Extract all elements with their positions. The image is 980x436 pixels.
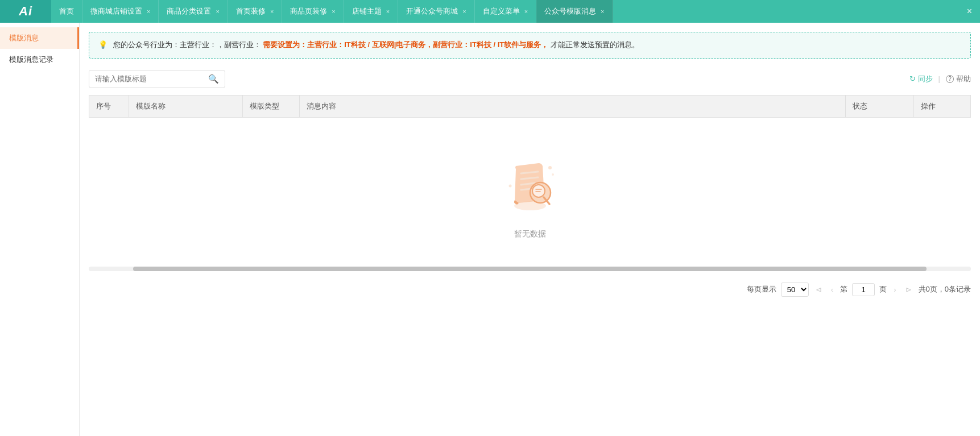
page-number-input[interactable] xyxy=(852,283,875,296)
empty-text: 暂无数据 xyxy=(514,229,546,239)
svg-point-10 xyxy=(548,166,552,169)
next-page-button[interactable]: › xyxy=(891,284,898,295)
notice-icon: 💡 xyxy=(98,40,107,49)
toolbar-divider: | xyxy=(938,74,940,83)
scrollbar-thumb[interactable] xyxy=(133,267,927,271)
col-header-type: 模版类型 xyxy=(243,95,300,117)
global-close-button[interactable]: × xyxy=(959,6,980,16)
table-header-row: 序号 模版名称 模版类型 消息内容 状态 操作 xyxy=(89,95,971,117)
tab-category[interactable]: 商品分类设置 × xyxy=(159,0,228,23)
help-icon: ? xyxy=(946,75,954,83)
main-content: 💡 您的公众号行业为：主营行业：，副营行业： 需要设置为：主营行业：IT科技 /… xyxy=(80,23,980,436)
col-header-content: 消息内容 xyxy=(300,95,846,117)
horizontal-scrollbar[interactable] xyxy=(89,267,971,271)
page-label-post: 页 xyxy=(879,284,887,294)
close-tab-theme[interactable]: × xyxy=(386,8,390,15)
search-input[interactable] xyxy=(89,71,202,86)
close-tab-homepage[interactable]: × xyxy=(270,8,274,15)
sync-button[interactable]: ↻ 同步 xyxy=(909,74,933,84)
close-tab-wechatshop[interactable]: × xyxy=(462,8,466,15)
empty-row: 暂无数据 xyxy=(89,117,971,262)
nav-tabs: 首页 微商城店铺设置 × 商品分类设置 × 首页装修 × 商品页装修 × 店铺主… xyxy=(51,0,959,23)
col-header-index: 序号 xyxy=(89,95,129,117)
svg-point-12 xyxy=(508,184,511,187)
tab-productpage[interactable]: 商品页装修 × xyxy=(282,0,344,23)
first-page-button[interactable]: ⊲ xyxy=(813,284,824,295)
tab-weshop[interactable]: 微商城店铺设置 × xyxy=(82,0,159,23)
last-page-button[interactable]: ⊳ xyxy=(903,284,914,295)
close-tab-weshop[interactable]: × xyxy=(147,8,150,15)
search-button[interactable]: 🔍 xyxy=(202,70,225,88)
page-size-select[interactable]: 50 xyxy=(781,283,809,297)
search-icon: 🔍 xyxy=(208,74,219,84)
svg-point-11 xyxy=(552,173,554,176)
close-tab-templatemsg[interactable]: × xyxy=(601,8,604,15)
prev-page-button[interactable]: ‹ xyxy=(829,284,836,295)
empty-illustration xyxy=(496,152,564,220)
close-tab-custommenu[interactable]: × xyxy=(524,8,528,15)
tab-home[interactable]: 首页 xyxy=(51,0,82,23)
toolbar-right: ↻ 同步 | ? 帮助 xyxy=(909,74,971,84)
close-tab-category[interactable]: × xyxy=(216,8,219,15)
industry-notice: 💡 您的公众号行业为：主营行业：，副营行业： 需要设置为：主营行业：IT科技 /… xyxy=(89,32,971,59)
col-header-action: 操作 xyxy=(914,95,971,117)
tab-homepage[interactable]: 首页装修 × xyxy=(228,0,282,23)
toolbar: 🔍 ↻ 同步 | ? 帮助 xyxy=(89,70,971,88)
top-navigation: Ai 首页 微商城店铺设置 × 商品分类设置 × 首页装修 × 商品页装修 × … xyxy=(0,0,980,23)
sidebar-item-template-log[interactable]: 模版消息记录 xyxy=(0,49,79,70)
col-header-name: 模版名称 xyxy=(129,95,243,117)
empty-state: 暂无数据 xyxy=(89,118,971,262)
page-label-pre: 第 xyxy=(840,284,847,294)
search-area: 🔍 xyxy=(89,70,225,88)
sidebar: 模版消息 模版消息记录 xyxy=(0,23,80,436)
help-button[interactable]: ? 帮助 xyxy=(946,74,971,84)
sync-icon: ↻ xyxy=(909,74,916,83)
col-header-status: 状态 xyxy=(846,95,914,117)
svg-line-4 xyxy=(521,189,531,190)
sidebar-item-template-msg[interactable]: 模版消息 xyxy=(0,27,79,49)
tab-theme[interactable]: 店铺主题 × xyxy=(344,0,398,23)
svg-point-6 xyxy=(532,185,545,197)
total-label: 共0页，0条记录 xyxy=(919,284,971,294)
tab-wechatshop[interactable]: 开通公众号商城 × xyxy=(398,0,474,23)
tab-templatemsg[interactable]: 公众号模版消息 × xyxy=(536,0,613,23)
page-size-label: 每页显示 xyxy=(747,284,776,294)
app-logo: Ai xyxy=(0,0,51,23)
data-table: 序号 模版名称 模版类型 消息内容 状态 操作 xyxy=(89,95,971,262)
main-layout: 模版消息 模版消息记录 💡 您的公众号行业为：主营行业：，副营行业： 需要设置为… xyxy=(0,23,980,436)
close-tab-productpage[interactable]: × xyxy=(332,8,335,15)
pagination: 每页显示 50 ⊲ ‹ 第 页 › ⊳ 共0页，0条记录 xyxy=(89,276,971,297)
tab-custommenu[interactable]: 自定义菜单 × xyxy=(475,0,536,23)
